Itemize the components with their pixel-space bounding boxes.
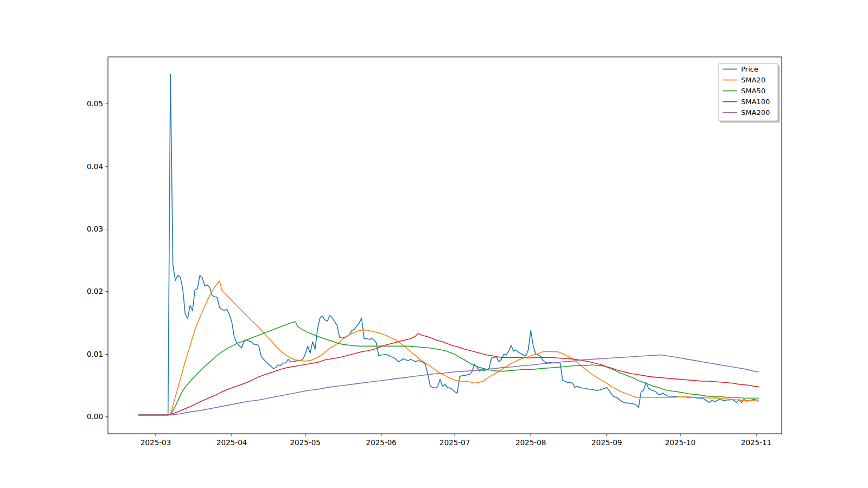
y-axis: 0.000.010.020.030.040.05 [87,99,108,421]
series-sma200-line [139,355,759,415]
x-tick-label: 2025-03 [141,438,171,447]
series-sma50-line [139,322,759,415]
x-tick-label: 2025-04 [216,438,247,447]
x-tick-label: 2025-06 [366,438,397,447]
series-price-line [139,74,759,415]
legend-label-sma20: SMA20 [741,76,765,84]
series-lines [139,74,759,415]
plot-area [108,57,782,434]
legend-label-price: Price [741,65,758,73]
legend: Price SMA20 SMA50 SMA100 SMA200 [718,63,780,123]
y-tick-label: 0.05 [87,99,103,108]
legend-label-sma200: SMA200 [741,108,770,117]
x-axis: 2025-032025-042025-052025-062025-072025-… [141,434,771,447]
x-tick-label: 2025-05 [290,438,320,447]
y-tick-label: 0.00 [87,412,103,421]
legend-label-sma50: SMA50 [741,87,765,95]
y-tick-label: 0.03 [87,224,103,233]
price-sma-chart: 2025-032025-042025-052025-062025-072025-… [0,0,868,488]
y-tick-label: 0.02 [87,287,103,296]
y-tick-label: 0.01 [87,350,103,358]
chart-figure: 2025-032025-042025-052025-062025-072025-… [0,0,868,488]
legend-label-sma100: SMA100 [741,98,770,106]
x-tick-label: 2025-09 [591,438,622,447]
y-tick-label: 0.04 [87,162,103,171]
x-tick-label: 2025-10 [665,438,695,447]
x-tick-label: 2025-07 [439,438,470,447]
x-tick-label: 2025-08 [515,438,546,447]
x-tick-label: 2025-11 [741,438,771,447]
